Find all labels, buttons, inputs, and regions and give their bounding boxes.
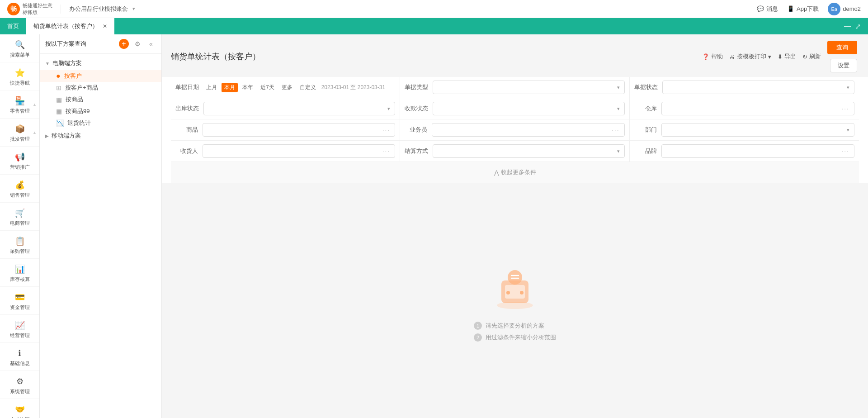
query-button[interactable]: 查询 — [827, 41, 857, 54]
sidebar-item-quick-nav[interactable]: ⭐ 快捷导航 — [0, 62, 39, 90]
page-actions: ❓ 帮助 🖨 按模板打印 ▾ ⬇ 导出 ↻ 刷新 查询 — [702, 41, 859, 72]
user-action[interactable]: Ea demo2 — [828, 3, 861, 15]
doc-status-label: 单据状态 — [634, 83, 662, 91]
basic-info-icon: ℹ — [18, 348, 21, 358]
sidebar-item-enterprise[interactable]: 🤝 企业协同 — [0, 399, 39, 418]
date-tab-last-month[interactable]: 上月 — [203, 83, 220, 92]
out-status-select[interactable]: ▾ — [203, 102, 395, 115]
sidebar-item-sales-mgmt[interactable]: 💰 销售管理 — [0, 175, 39, 203]
collapse-bar: ⋀ 收起更多条件 — [171, 162, 859, 183]
receiver-dots-icon: ··· — [382, 147, 391, 155]
filter-out-status-cell: 出库状态 ▾ — [171, 98, 400, 119]
wholesale-arrow-icon: ▲ — [33, 130, 37, 135]
tree-section: ▼ 电脑端方案 ● 按客户 ⊞ 按客户+商品 ▦ 按商品 — [40, 54, 161, 145]
dropdown-arrow-icon[interactable]: ▾ — [132, 6, 135, 12]
empty-hint-1: 1 请先选择要分析的方案 — [474, 322, 556, 330]
filter-department-cell: 部门 ▾ — [630, 119, 859, 140]
tab-expand-button[interactable]: ⤢ — [855, 22, 861, 31]
tab-home[interactable]: 首页 — [0, 18, 26, 34]
date-tab-this-month[interactable]: 本月 — [222, 83, 238, 92]
department-select[interactable]: ▾ — [661, 123, 854, 137]
logo-text: 畅捷通好生意 标账版 — [23, 2, 52, 16]
search-menu-icon: 🔍 — [15, 40, 25, 50]
tree-child-by-product-99[interactable]: ▦ 按商品99 — [40, 105, 161, 117]
salesman-dots-icon: ··· — [612, 126, 620, 133]
salesman-label: 业务员 — [405, 126, 432, 134]
filter-brand-cell: 品牌 ··· — [630, 141, 859, 162]
filter-area: 单据日期 上月 本月 本年 近7天 更多 自定义 2023-03-01 至 20… — [162, 77, 868, 183]
sidebar-item-inventory[interactable]: 📊 库存核算 — [0, 259, 39, 287]
tree-children-desktop: ● 按客户 ⊞ 按客户+商品 ▦ 按商品 ▦ 按商品99 — [40, 70, 161, 129]
print-icon: 🖨 — [729, 53, 735, 60]
empty-hint-2: 2 用过滤条件来缩小分析范围 — [474, 333, 556, 342]
sidebar-item-basic-info[interactable]: ℹ 基础信息 — [0, 343, 39, 371]
filter-doc-status-cell: 单据状态 ▾ — [630, 77, 859, 98]
refresh-link[interactable]: ↻ 刷新 — [802, 52, 821, 61]
top-header: 畅 畅捷通好生意 标账版 办公用品行业模拟账套 ▾ 💬 消息 📱 App下载 E… — [0, 0, 868, 18]
salesman-input[interactable]: ··· — [432, 123, 624, 137]
tree-child-by-customer-product[interactable]: ⊞ 按客户+商品 — [40, 82, 161, 94]
customer-icon: ● — [56, 72, 61, 80]
sidebar-item-operations[interactable]: 📈 经营管理 — [0, 315, 39, 343]
tab-sales-stat[interactable]: 销货单统计表（按客户） ✕ — [26, 18, 114, 34]
sidebar-item-retail[interactable]: 🏪 零售管理 ▲ — [0, 90, 39, 119]
date-tab-custom[interactable]: 自定义 — [297, 83, 319, 92]
filter-salesman-cell: 业务员 ··· — [400, 119, 629, 140]
message-icon: 💬 — [757, 5, 764, 12]
doc-status-select[interactable]: ▾ — [662, 81, 854, 94]
tree-group-desktop-header[interactable]: ▼ 电脑端方案 — [40, 57, 161, 70]
tree-child-by-product[interactable]: ▦ 按商品 — [40, 94, 161, 105]
svg-point-7 — [520, 291, 524, 294]
warehouse-input[interactable]: ··· — [661, 102, 854, 115]
date-tab-this-year[interactable]: 本年 — [240, 83, 256, 92]
customer-product-icon: ⊞ — [56, 84, 61, 91]
refresh-icon: ↻ — [802, 53, 807, 60]
receipt-status-select[interactable]: ▾ — [433, 102, 624, 115]
empty-state: 1 请先选择要分析的方案 2 用过滤条件来缩小分析范围 — [162, 183, 868, 418]
settings-button[interactable]: 设置 — [830, 59, 857, 72]
filter-date-cell: 单据日期 上月 本月 本年 近7天 更多 自定义 2023-03-01 至 20… — [171, 77, 400, 98]
svg-point-3 — [508, 270, 522, 285]
date-tab-last-7[interactable]: 近7天 — [258, 83, 277, 92]
nav-sidebar: 🔍 搜索菜单 ⭐ 快捷导航 🏪 零售管理 ▲ 📦 批发管理 ▲ 📢 营销推广 💰… — [0, 34, 40, 418]
product-input[interactable]: ··· — [203, 123, 395, 137]
sidebar-item-wholesale[interactable]: 📦 批发管理 ▲ — [0, 119, 39, 147]
tree-child-by-customer[interactable]: ● 按客户 — [40, 70, 161, 82]
sidebar-item-ecommerce[interactable]: 🛒 电商管理 — [0, 203, 39, 231]
header-right: 💬 消息 📱 App下载 Ea demo2 — [757, 3, 861, 15]
date-label: 单据日期 — [175, 83, 203, 91]
settings-scheme-button[interactable]: ⚙ — [132, 39, 142, 49]
quick-nav-icon: ⭐ — [15, 68, 25, 78]
app-download-action[interactable]: 📱 App下载 — [787, 5, 819, 13]
receiver-input[interactable]: ··· — [203, 144, 395, 158]
collapse-panel-button[interactable]: « — [146, 39, 156, 49]
logo-area: 畅 畅捷通好生意 标账版 — [7, 2, 52, 16]
filter-warehouse-cell: 仓库 ··· — [630, 98, 859, 119]
collapse-button[interactable]: ⋀ 收起更多条件 — [491, 165, 540, 180]
sidebar-item-purchase[interactable]: 📋 采购管理 — [0, 231, 39, 259]
tab-bar: 首页 销货单统计表（按客户） ✕ — ⤢ — [0, 18, 868, 34]
date-filter-control: 上月 本月 本年 近7天 更多 自定义 2023-03-01 至 2023-03… — [203, 83, 385, 92]
sidebar-item-marketing[interactable]: 📢 营销推广 — [0, 147, 39, 175]
purchase-icon: 📋 — [15, 236, 25, 246]
export-link[interactable]: ⬇ 导出 — [778, 52, 796, 61]
tree-child-return-stat[interactable]: 📉 退货统计 — [40, 117, 161, 129]
product-dots-icon: ··· — [382, 126, 391, 133]
sidebar-item-system[interactable]: ⚙ 系统管理 — [0, 371, 39, 399]
sidebar-item-search-menu[interactable]: 🔍 搜索菜单 — [0, 34, 39, 62]
export-icon: ⬇ — [778, 53, 783, 60]
date-tab-more[interactable]: 更多 — [279, 83, 295, 92]
sidebar-item-finance[interactable]: 💳 资金管理 — [0, 287, 39, 315]
tree-expand-icon: ▼ — [45, 61, 50, 66]
tab-close-icon[interactable]: ✕ — [103, 23, 107, 29]
tree-group-mobile[interactable]: ▶ 移动端方案 — [40, 129, 161, 142]
print-link[interactable]: 🖨 按模板打印 ▾ — [729, 52, 771, 61]
tab-minimize-button[interactable]: — — [844, 22, 851, 30]
doc-type-select[interactable]: ▾ — [433, 81, 624, 94]
help-link[interactable]: ❓ 帮助 — [702, 52, 723, 61]
receiver-label: 收货人 — [175, 147, 203, 155]
message-action[interactable]: 💬 消息 — [757, 5, 778, 13]
brand-input[interactable]: ··· — [661, 144, 854, 158]
add-scheme-button[interactable]: + — [119, 39, 129, 49]
settlement-select[interactable]: ▾ — [433, 144, 624, 158]
